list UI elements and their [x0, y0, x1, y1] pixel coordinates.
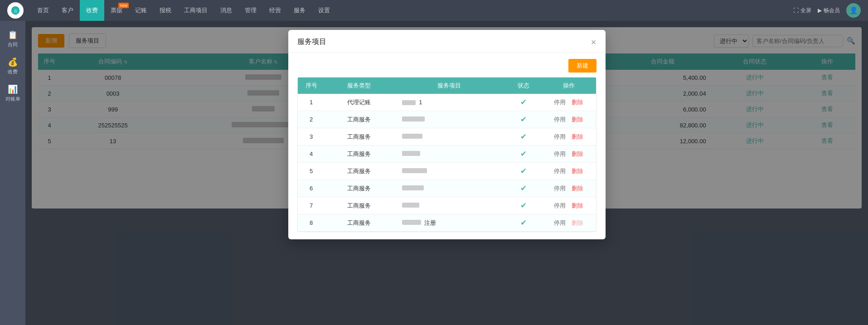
delete-button[interactable]: 删除	[572, 150, 583, 157]
delete-button[interactable]: 删除	[572, 99, 583, 106]
delete-button[interactable]: 删除	[572, 133, 583, 140]
stop-button[interactable]: 停用	[554, 150, 566, 157]
nav-item-fee[interactable]: 收费	[80, 0, 104, 21]
modal-table-row: 3 工商服务 ✔ 停用 删除	[298, 128, 596, 146]
status-check-icon: ✔	[520, 115, 527, 124]
sidebar: 📋 合同 💰 收费 📊 对账单	[0, 21, 25, 325]
status-check-icon: ✔	[520, 201, 527, 210]
modal-header: 服务项目 ×	[288, 30, 606, 53]
nav-item-client[interactable]: 客户	[55, 0, 80, 21]
stop-button[interactable]: 停用	[554, 202, 566, 209]
member-btn[interactable]: ▶ 畅会员	[818, 7, 840, 15]
reconcile-icon: 📊	[8, 84, 18, 94]
delete-button[interactable]: 删除	[572, 219, 583, 226]
status-check-icon: ✔	[520, 184, 527, 193]
modal-body: 新建 序号 服务类型 服务项目 状态 操作	[288, 53, 606, 239]
avatar-icon: 👤	[849, 6, 858, 15]
fullscreen-icon: ⛶	[793, 7, 799, 14]
modal-table-row: 8 工商服务 注册 ✔ 停用 删除	[298, 214, 596, 232]
status-check-icon: ✔	[520, 132, 527, 141]
contract-icon: 📋	[8, 30, 18, 40]
stop-button[interactable]: 停用	[554, 133, 566, 140]
modal-table-row: 2 工商服务 ✔ 停用 删除	[298, 111, 596, 128]
modal-th-item: 服务项目	[393, 78, 505, 94]
nav-item-bookkeeping[interactable]: 记账	[129, 0, 153, 21]
status-check-icon: ✔	[520, 150, 527, 158]
modal-title: 服务项目	[297, 37, 326, 47]
modal-table-row: 1 代理记账 1 ✔ 停用 删除	[298, 94, 596, 111]
modal-close-button[interactable]: ×	[591, 38, 596, 47]
logo-icon: 云	[10, 5, 20, 15]
status-check-icon: ✔	[520, 218, 527, 227]
delete-button[interactable]: 删除	[572, 168, 583, 175]
modal-table-row: 4 工商服务 ✔ 停用 删除	[298, 146, 596, 163]
delete-button[interactable]: 删除	[572, 116, 583, 123]
modal-toolbar: 新建	[297, 59, 596, 73]
status-check-icon: ✔	[520, 167, 527, 175]
modal-th-status: 状态	[505, 78, 542, 94]
nav-right: ⛶ 全屏 ▶ 畅会员 👤	[793, 3, 861, 18]
nav-item-operate[interactable]: 经营	[263, 0, 287, 21]
stop-button[interactable]: 停用	[554, 185, 566, 192]
modal-table-row: 5 工商服务 ✔ 停用 删除	[298, 163, 596, 180]
stop-button[interactable]: 停用	[554, 116, 566, 123]
modal-new-button[interactable]: 新建	[568, 59, 596, 73]
nav-item-settings[interactable]: 设置	[312, 0, 336, 21]
nav-item-invoice[interactable]: 票据 new	[104, 0, 129, 21]
sidebar-item-contract[interactable]: 📋 合同	[1, 26, 24, 52]
modal-table-row: 6 工商服务 ✔ 停用 删除	[298, 180, 596, 197]
top-nav: 云 首页 客户 收费 票据 new 记账 报税 工商项目 消息 管理 经营 服务…	[0, 0, 868, 21]
modal-table-header: 序号 服务类型 服务项目 状态 操作	[298, 78, 596, 94]
modal-overlay: 服务项目 × 新建 序号 服务类型	[25, 21, 868, 325]
delete-button[interactable]: 删除	[572, 202, 583, 209]
member-icon: ▶	[818, 7, 822, 14]
delete-button[interactable]: 删除	[572, 185, 583, 192]
modal-th-action: 操作	[542, 78, 596, 94]
fee-icon: 💰	[8, 57, 18, 67]
nav-item-manage[interactable]: 管理	[238, 0, 263, 21]
modal-table-row: 7 工商服务 ✔ 停用 删除	[298, 197, 596, 214]
logo[interactable]: 云	[7, 2, 24, 19]
modal-th-no: 序号	[298, 78, 325, 94]
nav-item-message[interactable]: 消息	[214, 0, 238, 21]
new-badge: new	[118, 3, 129, 8]
sidebar-item-fee[interactable]: 💰 收费	[1, 53, 24, 79]
main-content: 新增 服务项目 进行中 全部 已完成 已终止 🔍 序号	[25, 21, 868, 325]
modal-table: 序号 服务类型 服务项目 状态 操作 1 代理记账	[298, 78, 596, 232]
nav-item-bizproject[interactable]: 工商项目	[178, 0, 214, 21]
modal: 服务项目 × 新建 序号 服务类型	[288, 30, 606, 239]
nav-item-tax[interactable]: 报税	[153, 0, 178, 21]
stop-button[interactable]: 停用	[554, 168, 566, 175]
nav-item-service[interactable]: 服务	[287, 0, 312, 21]
modal-th-type: 服务类型	[325, 78, 393, 94]
nav-item-home[interactable]: 首页	[31, 0, 55, 21]
sidebar-item-reconcile[interactable]: 📊 对账单	[1, 81, 24, 106]
fullscreen-btn[interactable]: ⛶ 全屏	[793, 7, 811, 15]
stop-button[interactable]: 停用	[554, 219, 566, 226]
avatar[interactable]: 👤	[846, 3, 861, 18]
stop-button[interactable]: 停用	[554, 99, 566, 106]
modal-table-wrap[interactable]: 序号 服务类型 服务项目 状态 操作 1 代理记账	[297, 77, 596, 232]
svg-text:云: 云	[14, 9, 18, 13]
status-check-icon: ✔	[520, 98, 527, 107]
